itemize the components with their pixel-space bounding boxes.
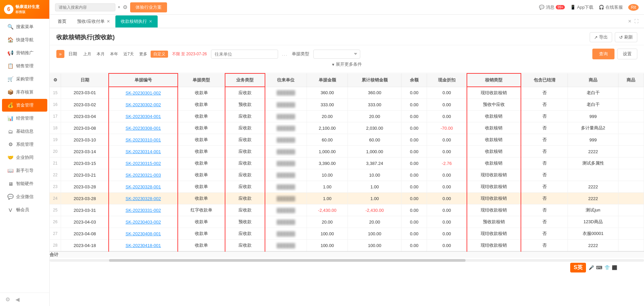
- cell-doc-type: 收款单: [178, 216, 225, 228]
- sidebar-item-10[interactable]: 🤝 企业协同: [2, 151, 47, 164]
- sidebar-label-5: 库存核算: [16, 89, 34, 95]
- tab-1[interactable]: 预收/应收付单✕: [72, 15, 115, 27]
- table-header-row: ⚙ 日期 单据编号 单据类型 业务类型 往来单位 单据金额 累计核销金额 余额 …: [50, 73, 644, 87]
- export-btn[interactable]: ↗ 导出: [590, 32, 612, 42]
- cell-doc-no[interactable]: SK-20230301-002: [109, 87, 178, 99]
- cell-doc-no[interactable]: SK-20230331-002: [109, 204, 178, 216]
- cell-doc-no[interactable]: SK-20230328-001: [109, 181, 178, 193]
- sidebar-item-13[interactable]: 💬 企业微信: [2, 190, 47, 203]
- cell-biz-type: 应收款: [225, 122, 265, 134]
- cell-discount: 0.00: [427, 204, 467, 216]
- tab-2[interactable]: 收款核销执行✕: [115, 15, 158, 27]
- table-row: 25 2023-03-31 SK-20230331-002 红字收款单 应收款 …: [50, 204, 644, 216]
- cell-doc-no[interactable]: SK-20230308-001: [109, 122, 178, 134]
- cell-doc-no[interactable]: SK-20230310-001: [109, 134, 178, 146]
- row-num: 20: [50, 146, 61, 158]
- sidebar-icon-11: 📖: [7, 168, 13, 174]
- row-num: 25: [50, 204, 61, 216]
- cell-balance: 0.00: [401, 169, 427, 181]
- sidebar-item-11[interactable]: 📖 新手引导: [2, 164, 47, 177]
- settings-header[interactable]: ⚙: [50, 73, 61, 87]
- cell-doc-no[interactable]: SK-20230321-003: [109, 169, 178, 181]
- sidebar-item-3[interactable]: 📋 销售管理: [2, 60, 47, 72]
- sidebar-item-14[interactable]: V 畅会员: [2, 203, 47, 216]
- tab-0[interactable]: 首页: [52, 15, 72, 27]
- sidebar-item-7[interactable]: 📊 经营管理: [2, 112, 47, 125]
- maximize-icon[interactable]: ⛶: [634, 19, 639, 24]
- cell-doc-no[interactable]: SK-20230302-002: [109, 99, 178, 111]
- cell-written-off: 100.00: [348, 240, 401, 252]
- cell-product: 老白干: [568, 99, 619, 111]
- partner-input[interactable]: [211, 50, 278, 59]
- filter-toggle-btn[interactable]: »: [56, 50, 64, 58]
- search-input[interactable]: [55, 3, 115, 11]
- sidebar-item-6[interactable]: 💰 资金管理: [2, 99, 47, 112]
- sidebar-item-0[interactable]: 🔍 搜索菜单: [2, 20, 47, 33]
- messages-group[interactable]: 💬 消息 99+: [539, 4, 565, 10]
- row-num: 15: [50, 87, 61, 99]
- more-date-btn[interactable]: 更多: [137, 51, 149, 58]
- online-service-group[interactable]: 🎧 在线客服: [599, 4, 623, 10]
- cell-discount: 0.00: [427, 111, 467, 122]
- cell-amount: 1,000.00: [307, 146, 348, 158]
- cell-write-off-type: 现结收款核销: [467, 193, 521, 204]
- sidebar-item-5[interactable]: 📦 库存核算: [2, 86, 47, 99]
- industry-btn[interactable]: 体验行业方案: [130, 2, 167, 12]
- close-window-icon[interactable]: ✕: [628, 19, 632, 24]
- cell-doc-no[interactable]: SK-20230304-001: [109, 111, 178, 122]
- receipt-type-select[interactable]: [313, 50, 360, 59]
- sidebar-item-1[interactable]: 🏠 快捷导航: [2, 34, 47, 46]
- row-num: 22: [50, 169, 61, 181]
- sidebar-item-2[interactable]: 📢 营销推广: [2, 47, 47, 59]
- cell-doc-no[interactable]: SK-20230403-002: [109, 216, 178, 228]
- horizontal-scrollbar[interactable]: [50, 259, 644, 262]
- table-row: 27 2023-04-08 SK-20230408-001 收款单 应收款 ██…: [50, 228, 644, 240]
- cell-doc-no[interactable]: SK-20230315-002: [109, 158, 178, 169]
- cell-written-off: 3,387.24: [348, 158, 401, 169]
- custom-date-btn[interactable]: 自定义: [151, 51, 168, 58]
- sidebar-icon-5: 📦: [7, 89, 13, 95]
- row-num: 24: [50, 193, 61, 204]
- user-avatar[interactable]: Rit: [628, 4, 639, 11]
- tab-close-2[interactable]: ✕: [149, 19, 152, 24]
- cell-biz-type: 应收款: [225, 193, 265, 204]
- cell-doc-no[interactable]: SK-20230408-001: [109, 228, 178, 240]
- cell-written-off: -2,430.00: [348, 204, 401, 216]
- settings-icon[interactable]: ⚙: [5, 296, 10, 303]
- sidebar-item-8[interactable]: 🗂 基础信息: [2, 125, 47, 138]
- dropdown-chevron[interactable]: ▾: [118, 5, 120, 9]
- this-year-btn[interactable]: 本年: [108, 51, 120, 58]
- cell-doc-no[interactable]: SK-20230328-002: [109, 193, 178, 204]
- sidebar-item-12[interactable]: 🖥 智能硬件: [2, 177, 47, 190]
- this-month-btn[interactable]: 本月: [95, 51, 107, 58]
- cell-doc-no[interactable]: SK-20230314-001: [109, 146, 178, 158]
- refresh-btn[interactable]: ↺ 刷新: [615, 32, 637, 42]
- cell-amount: 360.00: [307, 87, 348, 99]
- cell-written-off: 1.00: [348, 193, 401, 204]
- sidebar-label-13: 企业微信: [16, 194, 34, 200]
- cell-doc-no[interactable]: SK-20230418-001: [109, 240, 178, 252]
- gear-icon[interactable]: ⚙: [123, 4, 127, 10]
- setting-btn[interactable]: 设置: [617, 49, 637, 59]
- last-month-btn[interactable]: 上月: [81, 51, 93, 58]
- col-biz-type: 业务类型: [225, 73, 265, 87]
- query-btn[interactable]: 查询: [592, 49, 614, 59]
- cell-discount: 0.00: [427, 169, 467, 181]
- last-7-days-btn[interactable]: 近7天: [121, 51, 136, 58]
- receipt-type-label: 单据类型: [292, 51, 309, 57]
- tab-close-1[interactable]: ✕: [107, 19, 110, 24]
- cell-date: 2023-03-02: [61, 99, 109, 111]
- cell-product: 2222: [568, 146, 619, 158]
- col-discount: 现金折扣: [427, 73, 467, 87]
- messages-badge: 99+: [556, 5, 565, 9]
- app-download-group[interactable]: 📱 App下载: [570, 4, 593, 10]
- sidebar-item-4[interactable]: 🛒 采购管理: [2, 73, 47, 85]
- cell-written-off: 20.00: [348, 216, 401, 228]
- expand-conditions[interactable]: ▾ 展开更多条件: [56, 59, 637, 69]
- messages-label: 消息: [546, 4, 554, 10]
- page-inner: 收款核销执行(按收款) ↗ 导出 ↺ 刷新 » 日期: [50, 28, 644, 306]
- sidebar-item-9[interactable]: ⚙ 系统管理: [2, 138, 47, 151]
- table-row: 19 2023-03-10 SK-20230310-001 收款单 应收款 ██…: [50, 134, 644, 146]
- cell-date: 2023-03-28: [61, 181, 109, 193]
- collapse-icon[interactable]: ◀: [15, 296, 19, 303]
